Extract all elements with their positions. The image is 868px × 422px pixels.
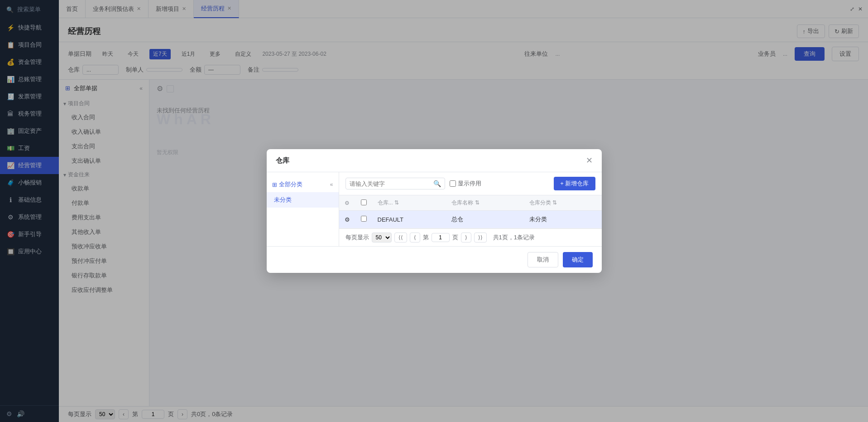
modal-body: ⊞ 全部分类 « 未分类 🔍 [267,172,602,246]
row-check-cell [355,211,372,228]
modal-title: 仓库 [276,156,289,165]
modal-all-category[interactable]: ⊞ 全部分类 [272,180,302,189]
modal-page-input[interactable] [432,233,450,242]
sort-category-icon[interactable]: ⇅ [552,199,557,206]
modal-header: 仓库 ✕ [267,149,602,172]
modal-next-page-btn[interactable]: ⟩ [461,233,471,243]
confirm-button[interactable]: 确定 [563,252,593,267]
sort-name-icon[interactable]: ⇅ [475,199,480,206]
modal-page-suffix: 页 [452,233,458,242]
modal-prev-page-btn[interactable]: ⟨ [410,233,420,243]
modal-per-page-select[interactable]: 50 [372,233,392,243]
modal-left-collapse[interactable]: « [330,181,333,188]
modal-table: ⚙ 仓库... ⇅ 仓库名称 [339,195,602,228]
modal-left-panel: ⊞ 全部分类 « 未分类 [267,172,339,246]
show-disabled-checkbox[interactable] [450,180,456,187]
modal-first-page-btn[interactable]: ⟨⟨ [394,233,407,243]
cancel-button[interactable]: 取消 [528,252,558,267]
row-code-cell: DEFAULT [372,211,446,228]
search-box[interactable]: 🔍 [345,178,445,189]
modal-pagination: 每页显示 50 ⟨⟨ ⟨ 第 页 ⟩ ⟩⟩ 共1页，1条记录 [339,228,602,246]
modal-left-header: ⊞ 全部分类 « [267,177,339,192]
row-settings-cell: ⚙ [339,211,355,228]
modal-toolbar: 🔍 显示停用 + 新增仓库 [339,172,602,195]
col-settings-header: ⚙ [339,195,355,211]
per-page-label: 每页显示 [345,233,369,242]
row-checkbox[interactable] [361,216,367,222]
col-code-header: 仓库... ⇅ [372,195,446,211]
show-disabled-group: 显示停用 [450,179,481,188]
all-category-label: 全部分类 [279,180,302,189]
col-settings-icon[interactable]: ⚙ [345,200,350,206]
search-input[interactable] [350,180,431,187]
modal-overlay[interactable]: 仓库 ✕ ⊞ 全部分类 « 未分类 [0,0,868,422]
show-disabled-label: 显示停用 [458,179,481,188]
modal-right-panel: 🔍 显示停用 + 新增仓库 ⚙ [339,172,602,246]
add-warehouse-button[interactable]: + 新增仓库 [554,177,595,190]
grid-icon: ⊞ [272,181,277,188]
select-all-checkbox[interactable] [361,199,367,205]
col-category-header: 仓库分类 ⇅ [524,195,602,211]
modal-last-page-btn[interactable]: ⟩⟩ [474,233,487,243]
row-settings-icon[interactable]: ⚙ [345,216,350,223]
col-check-header [355,195,372,211]
modal-actions: 取消 确定 [267,246,602,273]
modal-close-button[interactable]: ✕ [586,155,593,165]
modal-page-label: 第 [423,233,429,242]
search-icon[interactable]: 🔍 [433,180,441,187]
col-name-header: 仓库名称 ⇅ [446,195,524,211]
modal-total-label: 共1页，1条记录 [493,233,535,242]
row-name-cell: 总仓 [446,211,524,228]
sort-code-icon[interactable]: ⇅ [394,199,399,206]
row-category-cell: 未分类 [524,211,602,228]
modal-left-uncategorized[interactable]: 未分类 [267,192,339,208]
warehouse-modal: 仓库 ✕ ⊞ 全部分类 « 未分类 [267,149,602,273]
table-row[interactable]: ⚙ DEFAULT 总仓 [339,211,602,228]
